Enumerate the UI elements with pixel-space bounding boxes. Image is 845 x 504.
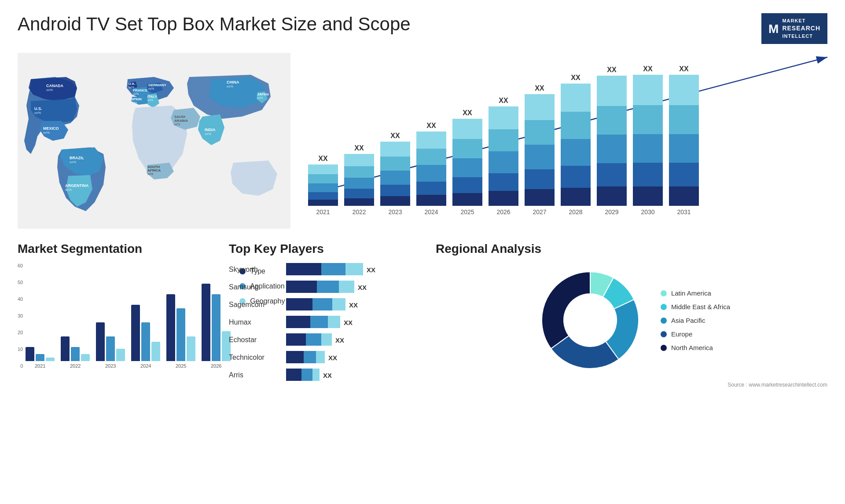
bar-segment	[344, 178, 374, 189]
bar-label-top: XX	[390, 132, 400, 140]
svg-text:ARGENTINA: ARGENTINA	[65, 183, 89, 188]
bar-years-row: 2021202220232024202520262027202820292030…	[308, 208, 827, 215]
player-bar-seg	[310, 316, 328, 328]
seg-bar	[71, 347, 80, 361]
map-svg: CANADA xx% U.S. xx% MEXICO xx% BRAZIL xx…	[18, 53, 290, 229]
source-text: Source : www.marketresearchintellect.com	[436, 382, 827, 388]
player-bar-seg	[301, 369, 312, 381]
seg-y-20: 20	[18, 330, 23, 335]
regional-legend-item: Asia Pacific	[661, 317, 730, 324]
svg-text:xx%: xx%	[174, 123, 180, 126]
bar-group: XX	[489, 65, 518, 206]
svg-text:CANADA: CANADA	[46, 84, 63, 88]
players-area: Top Key Players SkyworthXXSamsungXXSagem…	[229, 242, 422, 388]
player-name: Humax	[229, 318, 282, 326]
logo-text: MARKET RESEARCH INTELLECT	[782, 18, 820, 40]
bar-segment	[416, 165, 446, 181]
seg-year: 2022	[70, 363, 81, 369]
seg-bar	[36, 354, 44, 361]
regional-legend-item: Middle East & Africa	[661, 303, 730, 310]
top-section: CANADA xx% U.S. xx% MEXICO xx% BRAZIL xx…	[18, 53, 827, 229]
bar-group: XX	[669, 65, 699, 206]
seg-bar	[187, 336, 195, 361]
seg-year: 2026	[211, 363, 221, 369]
bar-segment	[416, 182, 446, 195]
regional-legend-dot	[661, 345, 667, 351]
segmentation-title: Market Segmentation	[18, 242, 216, 256]
player-name: Arris	[229, 371, 282, 379]
svg-text:xx%: xx%	[131, 101, 137, 104]
bar-segment	[597, 186, 627, 206]
donut-svg	[533, 263, 647, 377]
bar-year: 2023	[380, 208, 410, 215]
player-xx-label: XX	[349, 301, 358, 309]
player-name: Echostar	[229, 336, 282, 344]
player-bar-container: XX	[286, 316, 422, 329]
bar-segment	[561, 188, 591, 206]
bar-segment	[308, 164, 338, 174]
svg-text:ITALY: ITALY	[147, 95, 157, 99]
player-xx-label: XX	[358, 284, 367, 291]
seg-chart-wrapper: 60 50 40 30 20 10 0 20212022202320242025…	[18, 263, 216, 369]
player-bar-container: XX	[286, 333, 422, 347]
regional-legend: Latin AmericaMiddle East & AfricaAsia Pa…	[661, 289, 730, 351]
bar-segment	[633, 75, 663, 105]
player-bar-seg	[286, 351, 304, 363]
regional-legend-item: Latin America	[661, 289, 730, 297]
header: Android TV Set Top Box Market Size and S…	[18, 13, 827, 44]
seg-bar-group: 2022	[61, 263, 90, 369]
seg-bar	[151, 342, 160, 361]
regional-legend-dot	[661, 290, 667, 296]
bar-segment	[489, 151, 518, 173]
seg-bar	[106, 336, 115, 361]
svg-text:xx%: xx%	[43, 131, 50, 135]
regional-legend-dot	[661, 331, 667, 337]
svg-text:xx%: xx%	[147, 99, 153, 102]
bar-segment	[308, 174, 338, 183]
bar-segment	[416, 149, 446, 165]
logo-box: M MARKET RESEARCH INTELLECT	[761, 13, 827, 44]
bar-year: 2024	[416, 208, 446, 215]
player-bar-container: XX	[286, 298, 422, 311]
regional-legend-item: North America	[661, 344, 730, 351]
player-xx-label: XX	[328, 354, 337, 362]
player-xx-label: XX	[344, 319, 353, 326]
svg-text:INDIA: INDIA	[205, 128, 216, 132]
seg-bar	[212, 294, 220, 361]
player-bar-seg	[286, 316, 310, 328]
bar-segment	[597, 135, 627, 163]
player-row: ArrisXX	[229, 369, 422, 382]
svg-text:xx%: xx%	[65, 188, 72, 192]
bar-segment	[669, 75, 699, 105]
players-title: Top Key Players	[229, 242, 422, 256]
bar-year: 2029	[597, 208, 627, 215]
seg-y-40: 40	[18, 296, 23, 302]
bar-segment	[452, 177, 482, 193]
player-row: SagemcomXX	[229, 298, 422, 311]
bar-segment	[669, 186, 699, 206]
bar-segment	[489, 173, 518, 191]
seg-y-0: 0	[18, 363, 23, 369]
bar-label-top: XX	[499, 97, 508, 105]
player-row: TechnicolorXX	[229, 351, 422, 364]
bar-segment	[633, 163, 663, 186]
bar-label-top: XX	[571, 74, 580, 82]
seg-bars-container: 202120222023202420252026	[26, 263, 231, 369]
bar-segment	[597, 106, 627, 135]
svg-text:xx%: xx%	[147, 172, 153, 175]
player-bar-seg	[312, 369, 320, 381]
bar-group: XX	[597, 65, 627, 206]
bar-segment	[489, 129, 518, 151]
bar-segment	[489, 191, 518, 206]
bar-year: 2026	[489, 208, 518, 215]
bar-segment	[669, 134, 699, 163]
player-name: Skyworth	[229, 266, 282, 274]
bar-segment	[380, 142, 410, 157]
player-name: Sagemcom	[229, 301, 282, 309]
bar-segment	[669, 105, 699, 134]
bar-year: 2028	[561, 208, 591, 215]
player-bar-seg	[328, 316, 340, 328]
bar-segment	[669, 163, 699, 186]
bar-label-top: XX	[426, 122, 436, 130]
player-bar-seg	[286, 281, 317, 293]
